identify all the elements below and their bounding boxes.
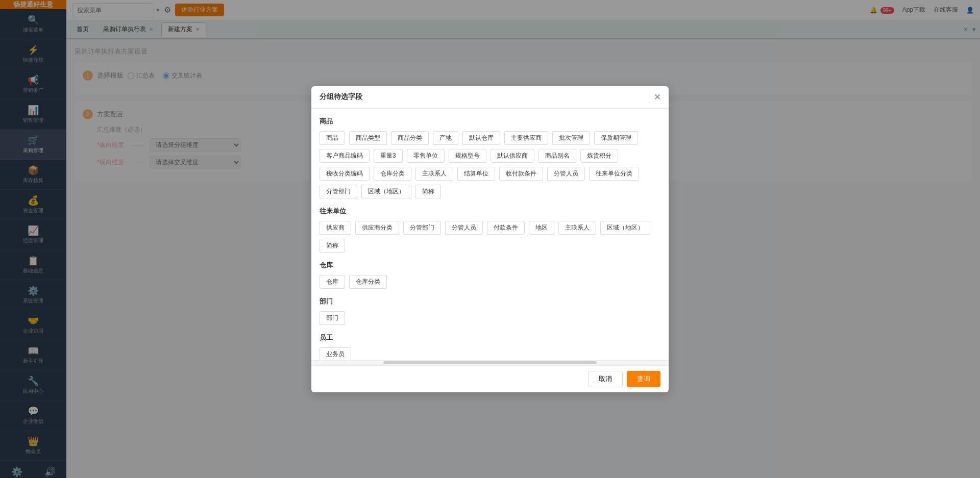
field-tag-0-20[interactable]: 分管人员 — [547, 167, 585, 181]
field-tag-0-9[interactable]: 重量3 — [374, 149, 403, 163]
field-tag-0-7[interactable]: 保质期管理 — [594, 131, 638, 145]
field-tag-0-16[interactable]: 仓库分类 — [374, 167, 411, 181]
field-tag-1-8[interactable]: 简称 — [320, 239, 345, 253]
confirm-button[interactable]: 查询 — [627, 371, 660, 387]
section-title-1: 往来单位 — [320, 207, 660, 216]
field-tag-0-17[interactable]: 主联系人 — [415, 167, 453, 181]
section-tags-1: 供应商供应商分类分管部门分管人员付款条件地区主联系人区域（地区）简称 — [320, 221, 660, 253]
modal-close-btn[interactable]: ✕ — [654, 92, 660, 102]
field-tag-0-0[interactable]: 商品 — [320, 131, 345, 145]
field-tag-0-22[interactable]: 分管部门 — [320, 185, 357, 198]
field-select-modal: 分组待选字段 ✕ 商品商品商品类型商品分类产地默认仓库主要供应商批次管理保质期管… — [311, 86, 669, 392]
section-2: 仓库仓库仓库分类 — [320, 261, 660, 289]
field-tag-0-14[interactable]: 炼货积分 — [580, 149, 618, 163]
field-tag-2-0[interactable]: 仓库 — [320, 275, 345, 289]
modal-header: 分组待选字段 ✕ — [311, 86, 669, 109]
section-tags-3: 部门 — [320, 311, 660, 325]
field-tag-0-23[interactable]: 区域（地区） — [361, 185, 411, 198]
field-tag-0-5[interactable]: 主要供应商 — [504, 131, 548, 145]
modal-body: 商品商品商品类型商品分类产地默认仓库主要供应商批次管理保质期管理客户商品编码重量… — [311, 109, 669, 361]
field-tag-0-18[interactable]: 结算单位 — [457, 167, 495, 181]
field-tag-0-24[interactable]: 简称 — [415, 185, 441, 198]
field-tag-0-8[interactable]: 客户商品编码 — [320, 149, 370, 163]
field-tag-0-3[interactable]: 产地 — [433, 131, 458, 145]
section-4: 员工业务员 — [320, 333, 660, 361]
field-tag-1-3[interactable]: 分管人员 — [445, 221, 483, 235]
section-title-4: 员工 — [320, 333, 660, 342]
field-tag-3-0[interactable]: 部门 — [320, 311, 345, 325]
section-title-0: 商品 — [320, 117, 660, 126]
section-tags-4: 业务员 — [320, 347, 660, 361]
field-tag-0-10[interactable]: 零售单位 — [407, 149, 445, 163]
section-tags-0: 商品商品类型商品分类产地默认仓库主要供应商批次管理保质期管理客户商品编码重量3零… — [320, 131, 660, 198]
field-tag-0-1[interactable]: 商品类型 — [349, 131, 387, 145]
modal-title: 分组待选字段 — [320, 92, 362, 102]
field-tag-0-6[interactable]: 批次管理 — [552, 131, 590, 145]
field-tag-1-1[interactable]: 供应商分类 — [355, 221, 399, 235]
section-tags-2: 仓库仓库分类 — [320, 275, 660, 289]
section-0: 商品商品商品类型商品分类产地默认仓库主要供应商批次管理保质期管理客户商品编码重量… — [320, 117, 660, 198]
field-tag-1-6[interactable]: 主联系人 — [558, 221, 596, 235]
field-tag-0-11[interactable]: 规格型号 — [449, 149, 486, 163]
modal-overlay: 分组待选字段 ✕ 商品商品商品类型商品分类产地默认仓库主要供应商批次管理保质期管… — [0, 0, 980, 478]
field-tag-1-2[interactable]: 分管部门 — [403, 221, 441, 235]
field-tag-1-0[interactable]: 供应商 — [320, 221, 351, 235]
field-tag-0-15[interactable]: 税收分类编码 — [320, 167, 370, 181]
cancel-button[interactable]: 取消 — [588, 371, 623, 387]
section-3: 部门部门 — [320, 297, 660, 325]
field-tag-0-13[interactable]: 商品别名 — [538, 149, 576, 163]
field-tag-1-5[interactable]: 地区 — [529, 221, 554, 235]
modal-footer: 取消 查询 — [311, 365, 669, 392]
field-tag-1-4[interactable]: 付款条件 — [487, 221, 525, 235]
field-tag-0-21[interactable]: 往来单位分类 — [589, 167, 639, 181]
field-tag-4-0[interactable]: 业务员 — [320, 347, 351, 361]
field-tag-0-19[interactable]: 收付款条件 — [499, 167, 543, 181]
section-title-3: 部门 — [320, 297, 660, 306]
section-title-2: 仓库 — [320, 261, 660, 270]
section-1: 往来单位供应商供应商分类分管部门分管人员付款条件地区主联系人区域（地区）简称 — [320, 207, 660, 253]
field-tag-1-7[interactable]: 区域（地区） — [600, 221, 650, 235]
field-tag-0-12[interactable]: 默认供应商 — [491, 149, 534, 163]
field-tag-0-4[interactable]: 默认仓库 — [462, 131, 500, 145]
field-tag-0-2[interactable]: 商品分类 — [391, 131, 429, 145]
modal-scroll-bar[interactable] — [311, 360, 669, 365]
field-tag-2-1[interactable]: 仓库分类 — [349, 275, 387, 289]
